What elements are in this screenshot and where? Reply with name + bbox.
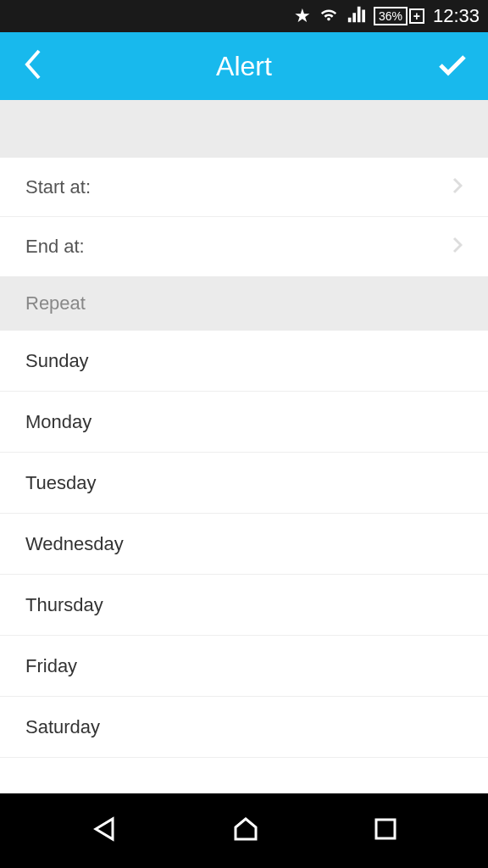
repeat-section-header: Repeat — [0, 276, 488, 331]
status-bar: ★ 36% + 12:33 — [0, 0, 488, 32]
signal-icon — [347, 5, 365, 27]
day-row-wednesday[interactable]: Wednesday — [0, 514, 488, 575]
day-row-friday[interactable]: Friday — [0, 636, 488, 697]
start-time-row[interactable]: Start at: — [0, 158, 488, 217]
day-row-thursday[interactable]: Thursday — [0, 575, 488, 636]
battery-plus-icon: + — [409, 8, 424, 24]
day-label: Saturday — [25, 716, 100, 738]
wifi-icon — [319, 5, 338, 27]
end-time-label: End at: — [25, 236, 85, 258]
repeat-header-label: Repeat — [25, 292, 86, 314]
chevron-right-icon — [452, 236, 463, 257]
start-time-label: Start at: — [25, 176, 91, 198]
day-row-saturday[interactable]: Saturday — [0, 697, 488, 758]
day-label: Wednesday — [25, 533, 124, 555]
chevron-right-icon — [452, 177, 463, 198]
day-label: Tuesday — [25, 472, 97, 494]
nav-home-button[interactable] — [232, 815, 259, 846]
day-label: Thursday — [25, 594, 103, 616]
battery-percent: 36% — [379, 9, 402, 23]
svg-rect-1 — [376, 820, 395, 838]
back-button[interactable] — [20, 47, 44, 85]
app-header: Alert — [0, 32, 488, 100]
svg-marker-0 — [96, 819, 113, 839]
end-time-row[interactable]: End at: — [0, 217, 488, 276]
nav-back-button[interactable] — [91, 815, 118, 846]
content-area: Start at: End at: Repeat Sunday Monday T… — [0, 100, 488, 793]
battery-indicator: 36% + — [374, 7, 424, 25]
day-label: Friday — [25, 655, 77, 677]
days-section: Sunday Monday Tuesday Wednesday Thursday… — [0, 331, 488, 793]
day-row-monday[interactable]: Monday — [0, 392, 488, 453]
navigation-bar — [0, 793, 488, 868]
page-title: Alert — [216, 51, 272, 82]
confirm-button[interactable] — [437, 52, 468, 81]
day-row-sunday[interactable]: Sunday — [0, 331, 488, 392]
day-label: Sunday — [25, 350, 89, 372]
day-label: Monday — [25, 411, 92, 433]
day-row-tuesday[interactable]: Tuesday — [0, 453, 488, 514]
time-settings-section: Start at: End at: — [0, 158, 488, 276]
star-icon: ★ — [294, 5, 311, 27]
nav-recent-button[interactable] — [374, 817, 397, 844]
spacer — [0, 100, 488, 158]
status-time: 12:33 — [433, 5, 480, 27]
